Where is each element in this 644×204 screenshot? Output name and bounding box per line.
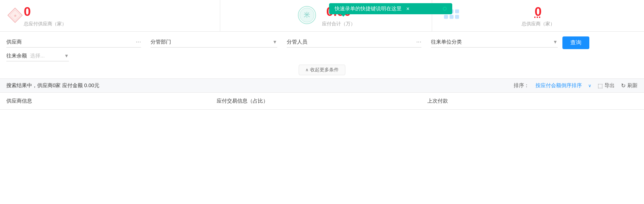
total-suppliers-value: 0 xyxy=(535,4,542,19)
tooltip-line xyxy=(413,8,436,9)
department-label: 分管部门 xyxy=(151,38,171,46)
stats-bar: ★ 0 总应付供应商（家） 米 0.00 应付合计（万） 快速录单的快捷键说明在… xyxy=(0,0,644,32)
results-bar: 搜索结果中，供应商0家 应付金额 0.00元 排序： 按应付会额倒序排序 ∨ ⬚… xyxy=(0,79,644,93)
sort-label: 排序： xyxy=(514,82,529,89)
supplier-dots-btn[interactable]: ··· xyxy=(136,38,141,46)
results-info-text: 搜索结果中，供应商0家 应付金额 0.00元 xyxy=(6,82,99,88)
results-actions: 排序： 按应付会额倒序排序 ∨ ⬚ 导出 ↻ 刷新 xyxy=(514,82,638,89)
svg-text:★: ★ xyxy=(13,13,17,17)
total-payable-value: 0 xyxy=(24,4,31,19)
search-bar: 供应商 ··· 分管部门 ▼ 分管人员 ··· 往来单位分类 ▼ 查询 往来余额 xyxy=(0,32,644,79)
supplier-label: 供应商 xyxy=(6,38,22,46)
svg-text:米: 米 xyxy=(304,11,310,18)
svg-rect-11 xyxy=(455,15,459,19)
refresh-label: 刷新 xyxy=(627,82,638,89)
tooltip-dot xyxy=(443,7,447,11)
results-info: 搜索结果中，供应商0家 应付金额 0.00元 xyxy=(6,82,514,89)
unit-category-arrow[interactable]: ▼ xyxy=(553,39,558,45)
export-button[interactable]: ⬚ 导出 xyxy=(598,82,615,89)
svg-rect-9 xyxy=(444,15,448,19)
col-supplier-header: 供应商信息 xyxy=(6,97,217,105)
balance-field: 往来余额 选择... ▼ xyxy=(6,52,69,61)
table-body xyxy=(0,110,644,204)
diamond-icon: ★ xyxy=(6,6,24,25)
sort-arrow[interactable]: ∨ xyxy=(588,83,591,88)
unit-category-label: 往来单位分类 xyxy=(431,38,462,46)
collapse-text: 收起更多条件 xyxy=(310,67,339,73)
balance-arrow[interactable]: ▼ xyxy=(64,53,69,59)
total-payable-label: 总应付供应商（家） xyxy=(24,21,67,27)
unit-category-input[interactable] xyxy=(465,39,553,45)
person-input[interactable] xyxy=(311,39,416,45)
export-label: 导出 xyxy=(604,82,615,89)
refresh-button[interactable]: ↻ 刷新 xyxy=(621,82,638,89)
stat-total-payable-suppliers: ★ 0 总应付供应商（家） xyxy=(0,0,220,31)
person-field: 分管人员 ··· xyxy=(287,38,421,48)
supplier-field: 供应商 ··· xyxy=(6,38,141,48)
sort-value[interactable]: 按应付会额倒序排序 xyxy=(535,82,582,89)
col-lastpay-header: 上次付款 xyxy=(427,97,638,105)
svg-rect-10 xyxy=(450,15,453,19)
balance-label: 往来余额 xyxy=(6,52,27,59)
tooltip-bubble: 快速录单的快捷键说明在这里 × xyxy=(329,3,452,14)
balance-select[interactable]: 选择... xyxy=(30,52,62,59)
person-dots-btn[interactable]: ··· xyxy=(416,38,421,46)
export-icon: ⬚ xyxy=(598,82,603,89)
tooltip-text: 快速录单的快捷键说明在这里 xyxy=(335,5,402,12)
unit-category-field: 往来单位分类 ▼ xyxy=(431,38,558,48)
department-input[interactable] xyxy=(174,39,272,45)
supplier-input[interactable] xyxy=(25,39,136,45)
search-row-2: 往来余额 选择... ▼ xyxy=(6,52,638,61)
search-row-1: 供应商 ··· 分管部门 ▼ 分管人员 ··· 往来单位分类 ▼ 查询 xyxy=(6,36,638,49)
payable-total-label: 应付合计（万） xyxy=(322,21,355,27)
coin-icon: 米 xyxy=(297,5,317,27)
tooltip-close-btn[interactable]: × xyxy=(406,6,410,12)
refresh-icon: ↻ xyxy=(621,82,626,89)
collapse-icon: ∧ xyxy=(305,67,309,72)
department-arrow[interactable]: ▼ xyxy=(272,39,277,45)
query-button[interactable]: 查询 xyxy=(562,36,589,49)
collapse-button[interactable]: ∧ 收起更多条件 xyxy=(299,65,345,75)
department-field: 分管部门 ▼ xyxy=(151,38,277,48)
svg-rect-8 xyxy=(455,9,459,13)
person-label: 分管人员 xyxy=(287,38,307,46)
col-payable-header: 应付交易信息（占比） xyxy=(217,97,427,105)
stat-total-suppliers: 0 总供应商（家） xyxy=(432,0,644,31)
total-suppliers-label: 总供应商（家） xyxy=(522,21,555,27)
table-header: 供应商信息 应付交易信息（占比） 上次付款 xyxy=(0,93,644,110)
